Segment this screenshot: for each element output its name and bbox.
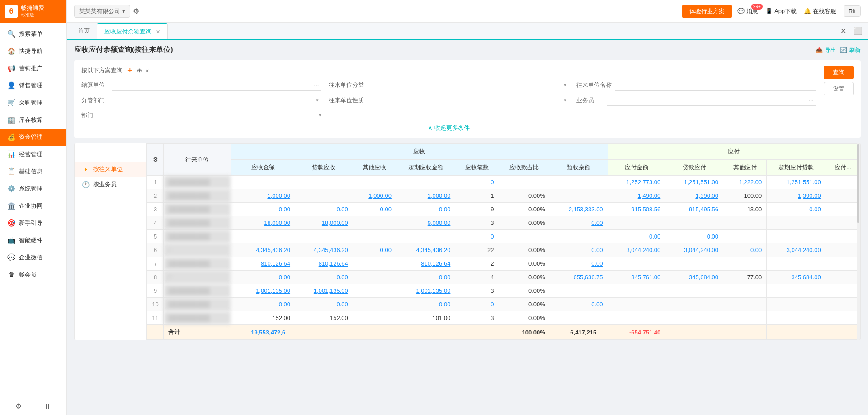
tab-close-icon[interactable]: ✕: [156, 29, 160, 34]
sidebar-item-operation[interactable]: 📊 经营管理: [0, 146, 66, 163]
row-5-val-9[interactable]: 0.00: [723, 243, 767, 257]
row-8-val-0[interactable]: 1,001,135.00: [231, 284, 295, 298]
settings-gear-icon[interactable]: ⚙: [133, 7, 139, 15]
row-7-val-3[interactable]: 0.00: [396, 271, 455, 284]
row-10-val-0[interactable]: 152.00: [231, 311, 295, 325]
sidebar-item-search[interactable]: 🔍 搜索菜单: [0, 25, 66, 43]
row-3-val-3[interactable]: 9,000.00: [396, 216, 455, 230]
row-2-val-3[interactable]: 0.00: [396, 203, 455, 216]
row-0-val-10[interactable]: 1,251,551.00: [767, 176, 826, 189]
sidebar-item-guide[interactable]: 🎯 新手引导: [0, 215, 66, 232]
row-5-val-0[interactable]: 4,345,436.20: [231, 243, 295, 257]
row-4-val-7[interactable]: 0.00: [608, 230, 665, 243]
sidebar-item-finance[interactable]: 💰 资金管理: [0, 129, 66, 146]
row-7-val-1[interactable]: 0.00: [295, 271, 353, 284]
row-5-val-7[interactable]: 3,044,240.00: [608, 243, 665, 257]
sidebar-item-system[interactable]: ⚙️ 系统管理: [0, 180, 66, 197]
row-1-val-0[interactable]: 1,000.00: [231, 189, 295, 203]
scrollbar-thumb[interactable]: [857, 144, 859, 223]
filter-add-btn[interactable]: ＋: [126, 66, 133, 75]
row-1-val-2[interactable]: 1,000.00: [353, 189, 396, 203]
row-0-val-7[interactable]: 1,252,773.00: [608, 176, 665, 189]
tab-close-btn[interactable]: ✕: [839, 26, 848, 36]
filter-settings-icon[interactable]: ⊕: [137, 67, 142, 74]
app-download-btn[interactable]: 📱 App下载: [765, 7, 797, 15]
row-1-val-10[interactable]: 1,390.00: [767, 189, 826, 203]
sidebar-item-corp[interactable]: 🏛️ 企业协同: [0, 197, 66, 215]
query-btn[interactable]: 查询: [824, 66, 854, 79]
filter-input-bm[interactable]: ▾: [112, 110, 324, 120]
row-5-val-3[interactable]: 4,345,436.20: [396, 243, 455, 257]
filter-dots-jsdw[interactable]: ···: [314, 81, 319, 88]
row-3-val-1[interactable]: 18,000.00: [295, 216, 353, 230]
row-9-val-0[interactable]: 0.00: [231, 298, 295, 311]
filter-input-ywy[interactable]: ···: [607, 95, 816, 106]
filter-input-lwdwxz[interactable]: ▾: [368, 95, 569, 105]
user-profile[interactable]: Rit: [844, 5, 861, 17]
sidebar-item-marketing[interactable]: 📢 营销推广: [0, 60, 66, 77]
message-btn[interactable]: 💬 消息 99+: [737, 7, 758, 15]
row-2-val-1[interactable]: 0.00: [295, 203, 353, 216]
row-2-val-7[interactable]: 915,508.56: [608, 203, 665, 216]
tab-balance-query[interactable]: 应收应付余额查询 ✕: [97, 23, 168, 39]
collapse-footer-btn[interactable]: ⏸: [44, 402, 51, 410]
online-service-btn[interactable]: 🔔 在线客服: [804, 7, 836, 15]
left-panel-item-partner[interactable]: 🔸 按往来单位: [75, 162, 146, 177]
sidebar-item-vip[interactable]: ♛ 畅会员: [0, 266, 66, 283]
sidebar-item-inventory[interactable]: 🏢 库存核算: [0, 111, 66, 129]
row-2-val-10[interactable]: 0.00: [767, 203, 826, 216]
row-2-val-0[interactable]: 0.00: [231, 203, 295, 216]
tab-home[interactable]: 首页: [71, 23, 97, 38]
sidebar-item-basic[interactable]: 📋 基础信息: [0, 163, 66, 180]
row-9-val-3[interactable]: 0.00: [396, 298, 455, 311]
row-10-val-3[interactable]: 101.00: [396, 311, 455, 325]
row-1-val-7[interactable]: 1,490.00: [608, 189, 665, 203]
row-2-val-9[interactable]: 13.00: [723, 203, 767, 216]
row-6-val-1[interactable]: 810,126.64: [295, 257, 353, 271]
export-btn[interactable]: 📤 导出: [816, 46, 836, 54]
row-10-val-1[interactable]: 152.00: [295, 311, 353, 325]
tab-maximize-btn[interactable]: ⬜: [852, 26, 864, 36]
filter-dots-ywy[interactable]: ···: [809, 97, 814, 104]
filter-collapse-icon[interactable]: «: [146, 67, 149, 74]
filter-input-fgbm[interactable]: ▾: [112, 95, 321, 105]
row-6-val-0[interactable]: 810,126.64: [231, 257, 295, 271]
filter-input-lwdwfl[interactable]: ▾: [368, 80, 569, 90]
filter-input-lwdwmc[interactable]: [615, 80, 816, 91]
row-7-val-9[interactable]: 77.00: [723, 271, 767, 284]
row-7-val-8[interactable]: 345,684.00: [665, 271, 723, 284]
sidebar-item-sales[interactable]: 👤 销售管理: [0, 77, 66, 94]
filter-input-jsdw[interactable]: ···: [112, 80, 321, 91]
row-1-val-8[interactable]: 1,390.00: [665, 189, 723, 203]
sidebar-item-quicknav[interactable]: 🏠 快捷导航: [0, 43, 66, 60]
collapse-more-btn[interactable]: ∧ 收起更多条件: [81, 124, 816, 132]
row-1-val-9[interactable]: 100.00: [723, 189, 767, 203]
settings-footer-btn[interactable]: ⚙: [15, 402, 22, 410]
row-7-val-0[interactable]: 0.00: [231, 271, 295, 284]
sidebar-item-hardware[interactable]: 📺 智能硬件: [0, 232, 66, 249]
sidebar-item-purchase[interactable]: 🛒 采购管理: [0, 94, 66, 111]
row-8-val-3[interactable]: 1,001,135.00: [396, 284, 455, 298]
sidebar-item-wechat[interactable]: 💬 企业微信: [0, 249, 66, 266]
refresh-btn[interactable]: 🔄 刷新: [840, 46, 861, 54]
row-5-val-1[interactable]: 4,345,436.20: [295, 243, 353, 257]
row-0-val-9[interactable]: 1,222.00: [723, 176, 767, 189]
solution-btn[interactable]: 体验行业方案: [682, 5, 732, 18]
row-2-val-8[interactable]: 915,495.56: [665, 203, 723, 216]
row-5-val-2[interactable]: 0.00: [353, 243, 396, 257]
left-panel-item-salesman[interactable]: 🕐 按业务员: [75, 177, 146, 192]
row-6-val-3[interactable]: 810,126.64: [396, 257, 455, 271]
col-settings[interactable]: ⚙: [147, 144, 164, 176]
row-4-val-8[interactable]: 0.00: [665, 230, 723, 243]
row-7-val-7[interactable]: 345,761.00: [608, 271, 665, 284]
row-7-val-10[interactable]: 345,684.00: [767, 271, 826, 284]
row-8-val-1[interactable]: 1,001,135.00: [295, 284, 353, 298]
row-5-val-10[interactable]: 3,044,240.00: [767, 243, 826, 257]
scrollbar-track[interactable]: [857, 143, 860, 340]
row-3-val-0[interactable]: 18,000.00: [231, 216, 295, 230]
row-2-val-2[interactable]: 0.00: [353, 203, 396, 216]
company-selector[interactable]: 某某某有限公司 ▾: [74, 5, 130, 18]
footer-val-0[interactable]: 19,553,472,6...: [231, 325, 295, 340]
row-5-val-8[interactable]: 3,044,240.00: [665, 243, 723, 257]
row-9-val-1[interactable]: 0.00: [295, 298, 353, 311]
